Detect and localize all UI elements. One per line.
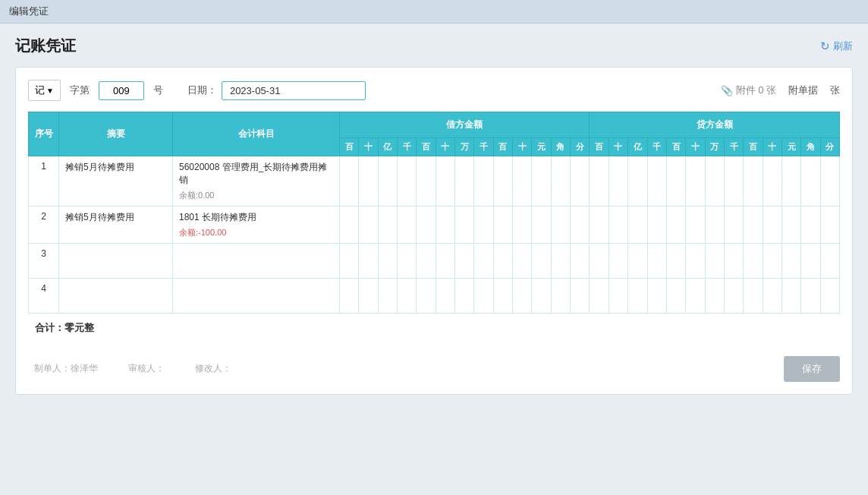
debit-cell[interactable] [551, 279, 570, 314]
debit-cell[interactable] [551, 156, 570, 207]
debit-cell[interactable] [455, 207, 474, 244]
credit-cell[interactable] [628, 244, 647, 279]
credit-cell[interactable] [801, 156, 820, 207]
credit-cell[interactable] [763, 207, 782, 244]
voucher-number-input[interactable] [99, 81, 144, 100]
debit-cell[interactable] [340, 279, 359, 314]
credit-cell[interactable] [666, 156, 685, 207]
attachment-link[interactable]: 📎 附件 0 张 [721, 84, 776, 97]
credit-cell[interactable] [590, 207, 609, 244]
debit-cell[interactable] [493, 156, 512, 207]
credit-cell[interactable] [763, 244, 782, 279]
credit-cell[interactable] [686, 156, 705, 207]
debit-cell[interactable] [417, 207, 436, 244]
debit-cell[interactable] [571, 244, 590, 279]
debit-cell[interactable] [455, 156, 474, 207]
debit-cell[interactable] [359, 207, 378, 244]
credit-cell[interactable] [647, 279, 666, 314]
debit-cell[interactable] [474, 279, 493, 314]
row-summary[interactable]: 摊销5月待摊费用 [59, 156, 173, 207]
debit-cell[interactable] [455, 279, 474, 314]
credit-cell[interactable] [705, 279, 724, 314]
credit-cell[interactable] [724, 279, 743, 314]
debit-cell[interactable] [417, 244, 436, 279]
credit-cell[interactable] [590, 156, 609, 207]
row-account[interactable] [173, 244, 340, 279]
refresh-button[interactable]: ↻ 刷新 [820, 39, 853, 53]
debit-cell[interactable] [436, 207, 454, 244]
table-row[interactable]: 1摊销5月待摊费用56020008 管理费用_长期待摊费用摊销余额:0.00 [29, 156, 840, 207]
credit-cell[interactable] [782, 207, 800, 244]
credit-cell[interactable] [686, 207, 705, 244]
debit-cell[interactable] [436, 279, 454, 314]
credit-cell[interactable] [647, 207, 666, 244]
credit-cell[interactable] [666, 279, 685, 314]
credit-cell[interactable] [763, 279, 782, 314]
credit-cell[interactable] [724, 207, 743, 244]
credit-cell[interactable] [609, 279, 627, 314]
debit-cell[interactable] [532, 207, 551, 244]
debit-cell[interactable] [378, 156, 397, 207]
credit-cell[interactable] [744, 279, 763, 314]
credit-cell[interactable] [820, 156, 839, 207]
fu-dan-button[interactable]: 附单据 [788, 84, 818, 97]
debit-cell[interactable] [513, 207, 532, 244]
debit-cell[interactable] [571, 279, 590, 314]
credit-cell[interactable] [666, 207, 685, 244]
debit-cell[interactable] [359, 244, 378, 279]
credit-cell[interactable] [705, 156, 724, 207]
credit-cell[interactable] [686, 244, 705, 279]
credit-cell[interactable] [744, 244, 763, 279]
credit-cell[interactable] [820, 207, 839, 244]
credit-cell[interactable] [763, 156, 782, 207]
debit-cell[interactable] [378, 279, 397, 314]
credit-cell[interactable] [801, 244, 820, 279]
credit-cell[interactable] [782, 156, 800, 207]
credit-cell[interactable] [820, 244, 839, 279]
debit-cell[interactable] [359, 279, 378, 314]
debit-cell[interactable] [340, 207, 359, 244]
row-summary[interactable] [59, 279, 173, 314]
debit-cell[interactable] [436, 244, 454, 279]
credit-cell[interactable] [686, 279, 705, 314]
credit-cell[interactable] [590, 244, 609, 279]
debit-cell[interactable] [532, 244, 551, 279]
debit-cell[interactable] [513, 279, 532, 314]
debit-cell[interactable] [455, 244, 474, 279]
credit-cell[interactable] [744, 207, 763, 244]
debit-cell[interactable] [417, 156, 436, 207]
debit-cell[interactable] [378, 244, 397, 279]
date-input[interactable] [222, 81, 366, 100]
debit-cell[interactable] [474, 156, 493, 207]
debit-cell[interactable] [513, 244, 532, 279]
row-summary[interactable] [59, 244, 173, 279]
save-button[interactable]: 保存 [784, 356, 840, 382]
credit-cell[interactable] [801, 207, 820, 244]
credit-cell[interactable] [647, 156, 666, 207]
row-summary[interactable]: 摊销5月待摊费用 [59, 207, 173, 244]
credit-cell[interactable] [782, 279, 800, 314]
debit-cell[interactable] [340, 156, 359, 207]
debit-cell[interactable] [532, 156, 551, 207]
credit-cell[interactable] [628, 207, 647, 244]
credit-cell[interactable] [628, 279, 647, 314]
credit-cell[interactable] [744, 156, 763, 207]
table-row[interactable]: 3 [29, 244, 840, 279]
credit-cell[interactable] [705, 244, 724, 279]
credit-cell[interactable] [820, 279, 839, 314]
debit-cell[interactable] [359, 156, 378, 207]
debit-cell[interactable] [474, 244, 493, 279]
voucher-type-button[interactable]: 记 ▼ [28, 80, 61, 101]
debit-cell[interactable] [398, 244, 417, 279]
table-row[interactable]: 2摊销5月待摊费用1801 长期待摊费用余额:-100.00 [29, 207, 840, 244]
debit-cell[interactable] [474, 207, 493, 244]
debit-cell[interactable] [532, 279, 551, 314]
credit-cell[interactable] [666, 244, 685, 279]
credit-cell[interactable] [724, 156, 743, 207]
row-account[interactable]: 56020008 管理费用_长期待摊费用摊销余额:0.00 [173, 156, 340, 207]
debit-cell[interactable] [571, 207, 590, 244]
debit-cell[interactable] [493, 279, 512, 314]
debit-cell[interactable] [340, 244, 359, 279]
debit-cell[interactable] [398, 279, 417, 314]
credit-cell[interactable] [724, 244, 743, 279]
